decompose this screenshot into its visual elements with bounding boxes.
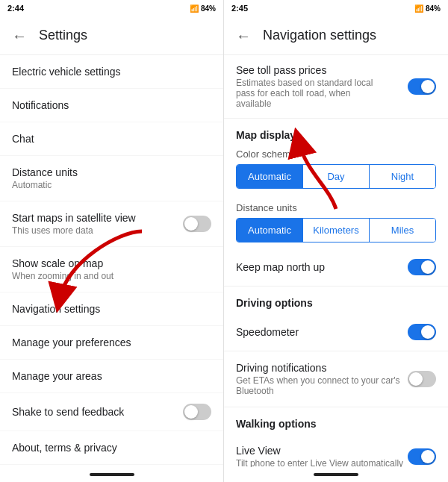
live-view-label: Live View [236, 445, 403, 457]
left-status-icons: 📶 84% [190, 4, 216, 13]
settings-item-3[interactable]: Distance unitsAutomatic [0, 156, 223, 201]
settings-label-3: Distance units [12, 166, 78, 178]
driving-notif-knob [409, 372, 423, 386]
right-header: ← Navigation settings [224, 16, 448, 55]
keep-north-item[interactable]: Keep map north up [224, 248, 448, 287]
settings-item-7[interactable]: Manage your preferences [0, 326, 223, 360]
toll-toggle[interactable] [408, 78, 436, 95]
left-header: ← Settings [0, 16, 223, 55]
nav-settings-content: See toll pass prices Estimates based on … [224, 55, 448, 467]
left-status-bar: 2:44 📶 84% [0, 0, 223, 16]
left-bottom-bar [0, 467, 223, 482]
left-time: 2:44 [7, 4, 24, 13]
settings-item-6[interactable]: Navigation settings [0, 292, 223, 326]
right-back-button[interactable]: ← [236, 28, 251, 43]
driving-notif-sub: Get ETAs when you connect to your car's … [236, 375, 408, 396]
dist-units-segment[interactable]: Automatic Kilometers Miles [236, 218, 436, 242]
seg-miles[interactable]: Miles [369, 219, 435, 242]
toggle-knob-4 [184, 217, 198, 231]
toll-item[interactable]: See toll pass prices Estimates based on … [224, 55, 448, 119]
right-status-icons: 📶 84% [414, 4, 441, 13]
toggle-4[interactable] [183, 216, 211, 232]
section-map-display: Map display [224, 119, 448, 145]
seg-night[interactable]: Night [369, 165, 435, 188]
live-view-toggle[interactable] [408, 448, 436, 465]
live-view-sub: Tilt phone to enter Live View automatica… [236, 458, 403, 467]
settings-sub-4: This uses more data [12, 225, 136, 236]
settings-item-5[interactable]: Show scale on mapWhen zooming in and out [0, 247, 223, 292]
left-panel: 2:44 📶 84% ← Settings Electric vehicle s… [0, 0, 224, 482]
settings-list: Electric vehicle settingsNotificationsCh… [0, 55, 223, 467]
speedometer-knob [421, 325, 435, 339]
keep-north-toggle[interactable] [408, 259, 436, 275]
settings-item-10[interactable]: About, terms & privacy [0, 431, 223, 465]
right-status-bar: 2:45 📶 84% [224, 0, 448, 16]
settings-label-8: Manage your areas [12, 370, 102, 382]
color-scheme-segment[interactable]: Automatic Day Night [236, 164, 436, 189]
toll-text: See toll pass prices Estimates based on … [236, 64, 385, 109]
speedometer-toggle[interactable] [408, 324, 436, 340]
left-bottom-indicator [90, 473, 134, 476]
live-view-knob [421, 450, 435, 463]
right-bottom-bar [224, 467, 448, 482]
speedometer-label: Speedometer [236, 326, 299, 338]
settings-sub-5: When zooming in and out [12, 271, 113, 281]
section-walking: Walking options [224, 407, 448, 434]
toggle-knob-9 [184, 405, 198, 419]
section-driving: Driving options [224, 287, 448, 313]
speedometer-item[interactable]: Speedometer [224, 313, 448, 351]
left-panel-title: Settings [39, 28, 87, 43]
right-panel: 2:45 📶 84% ← Navigation settings See tol… [224, 0, 448, 482]
settings-label-1: Notifications [12, 99, 69, 111]
seg-automatic[interactable]: Automatic [237, 165, 302, 188]
seg-auto-dist[interactable]: Automatic [237, 219, 302, 242]
settings-item-8[interactable]: Manage your areas [0, 360, 223, 393]
right-battery-icon: 84% [426, 4, 441, 13]
toll-title: See toll pass prices [236, 64, 385, 76]
keep-north-knob [421, 260, 435, 274]
settings-label-9: Shake to send feedback [12, 406, 124, 418]
right-panel-title: Navigation settings [263, 28, 376, 43]
settings-item-4[interactable]: Start maps in satellite viewThis uses mo… [0, 201, 223, 247]
right-bottom-indicator [314, 473, 358, 476]
seg-day[interactable]: Day [302, 165, 369, 188]
toll-toggle-knob [421, 80, 435, 93]
driving-notif-item[interactable]: Driving notifications Get ETAs when you … [224, 351, 448, 407]
settings-item-0[interactable]: Electric vehicle settings [0, 55, 223, 89]
settings-item-2[interactable]: Chat [0, 122, 223, 156]
settings-label-10: About, terms & privacy [12, 442, 117, 454]
settings-item-9[interactable]: Shake to send feedback [0, 393, 223, 431]
wifi-icon: 📶 [190, 4, 199, 13]
live-view-item[interactable]: Live View Tilt phone to enter Live View … [224, 434, 448, 467]
left-back-button[interactable]: ← [12, 28, 27, 43]
dist-units-label: Distance units [224, 195, 448, 215]
settings-label-0: Electric vehicle settings [12, 66, 121, 78]
settings-sub-3: Automatic [12, 180, 78, 190]
settings-label-7: Manage your preferences [12, 337, 131, 348]
settings-label-4: Start maps in satellite view [12, 212, 136, 224]
driving-notif-label: Driving notifications [236, 362, 408, 374]
color-scheme-label: Color scheme [224, 145, 448, 161]
toggle-9[interactable] [183, 404, 211, 420]
settings-label-2: Chat [12, 133, 34, 145]
right-time: 2:45 [231, 4, 248, 13]
settings-label-6: Navigation settings [12, 303, 100, 315]
toll-sub: Estimates based on standard local pass f… [236, 78, 385, 109]
driving-notif-toggle[interactable] [408, 371, 436, 387]
settings-label-5: Show scale on map [12, 257, 113, 269]
keep-north-label: Keep map north up [236, 261, 325, 273]
settings-item-1[interactable]: Notifications [0, 89, 223, 122]
seg-km[interactable]: Kilometers [302, 219, 369, 242]
right-wifi-icon: 📶 [414, 4, 423, 13]
battery-icon: 84% [201, 4, 216, 13]
